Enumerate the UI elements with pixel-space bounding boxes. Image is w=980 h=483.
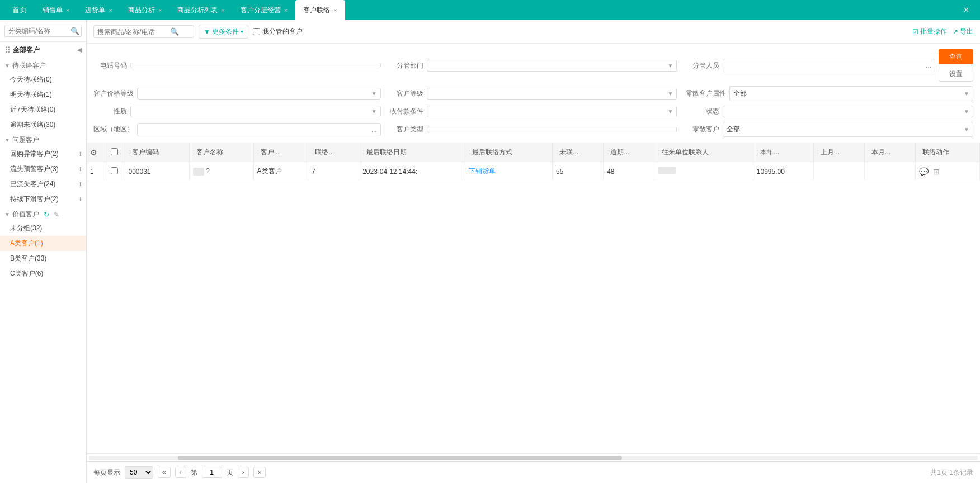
filter-search-icon[interactable]: 🔍: [170, 27, 179, 36]
close-tab-sales[interactable]: ×: [66, 7, 69, 13]
nav-tab-product-analysis[interactable]: 商品分析 ×: [120, 0, 169, 20]
sidebar-item-class-b[interactable]: B类客户(33): [0, 251, 86, 266]
close-window-icon[interactable]: ×: [957, 5, 976, 15]
row-contact-count: 7: [308, 162, 359, 181]
customer-level-input[interactable]: ▼: [427, 88, 677, 100]
scroll-track: [89, 456, 978, 460]
filter-row-nature: 性质 ▼: [93, 106, 381, 117]
row-select-checkbox[interactable]: [111, 167, 118, 174]
row-checkbox: [107, 162, 125, 181]
batch-operation-button[interactable]: ☑ 批量操作: [912, 27, 947, 36]
filter-icon: ▼: [204, 28, 210, 36]
col-gear: ⚙: [87, 143, 107, 162]
filter-search-input[interactable]: [97, 28, 170, 36]
sidebar-search-icon[interactable]: 🔍: [70, 27, 79, 35]
refresh-icon[interactable]: ↻: [44, 211, 49, 219]
sidebar-search-wrap: 🔍: [0, 20, 86, 42]
my-customer-checkbox[interactable]: [253, 28, 260, 35]
nature-input[interactable]: ▼: [130, 106, 381, 117]
checkbox-icon: ☑: [912, 28, 918, 36]
query-button[interactable]: 查询: [939, 49, 973, 64]
my-customer-checkbox-label[interactable]: 我分管的客户: [253, 27, 303, 36]
nav-home[interactable]: 首页: [4, 0, 35, 20]
last-page-button[interactable]: »: [253, 467, 266, 478]
filter-row-retail-customer: 零散客户 全部 ▼: [686, 122, 973, 137]
page-size-select[interactable]: 50 100 200: [125, 466, 153, 479]
sidebar-item-repurchase-abnormal[interactable]: 回购异常客户(2) ℹ: [0, 146, 86, 162]
retail-attr-label: 零散客户属性: [686, 89, 726, 98]
price-level-label: 客户价格等级: [93, 89, 134, 98]
nav-tab-customer-contact[interactable]: 客户联络 ×: [295, 0, 345, 20]
sidebar-item-churn-warning[interactable]: 流失预警客户(3) ℹ: [0, 162, 86, 177]
sidebar-item-7days[interactable]: 近7天待联络(0): [0, 102, 86, 117]
first-page-button[interactable]: «: [158, 467, 171, 478]
price-level-input[interactable]: ▼: [137, 88, 381, 100]
staff-dots: ...: [926, 61, 931, 69]
staff-input[interactable]: ...: [723, 59, 935, 72]
nav-tab-purchase[interactable]: 进货单 ×: [77, 0, 120, 20]
close-tab-customer-segment[interactable]: ×: [284, 7, 288, 13]
sidebar-item-class-c[interactable]: C类客户(6): [0, 266, 86, 281]
row-overdue: 48: [604, 162, 654, 181]
sidebar-item-overdue[interactable]: 逾期未联络(30): [0, 117, 86, 132]
next-page-button[interactable]: ›: [238, 467, 249, 478]
sidebar-item-today[interactable]: 今天待联络(0): [0, 72, 86, 87]
info-icon-2: ℹ: [79, 166, 82, 172]
filter-row-status: 状态 ▼: [686, 106, 973, 117]
qr-icon[interactable]: ⊞: [933, 167, 940, 176]
row-action: 💬 ⊞: [915, 162, 979, 181]
sidebar-item-tomorrow[interactable]: 明天待联络(1): [0, 87, 86, 102]
setting-button[interactable]: 设置: [939, 67, 973, 82]
select-all-checkbox[interactable]: [111, 148, 118, 155]
close-tab-product-analysis[interactable]: ×: [158, 7, 162, 13]
horizontal-scrollbar[interactable]: [87, 453, 980, 461]
main-layout: 🔍 ⠿ 全部客户 ◀ ▼ 待联络客户 今天待联络(0) 明天待联络(1) 近7天…: [0, 20, 980, 483]
col-contact-count: :联络...: [308, 143, 359, 162]
col-action: :联络动作: [915, 143, 979, 162]
status-input[interactable]: ▼: [723, 106, 973, 117]
col-this-month: :本月...: [864, 143, 915, 162]
last-method-link[interactable]: 下销货单: [469, 167, 496, 175]
prev-page-button[interactable]: ‹: [175, 467, 186, 478]
filter-row-dept: 分管部门 ▼: [390, 49, 677, 82]
staff-label: 分管人员: [686, 61, 719, 70]
close-tab-product-list[interactable]: ×: [221, 7, 224, 13]
gear-icon[interactable]: ⚙: [90, 148, 97, 157]
customer-table: ⚙ :客户编码 :客户名称 :客户... :联络... :最后联络日期 :最后联…: [87, 143, 980, 181]
export-button[interactable]: ↗ 导出: [953, 27, 973, 36]
status-label: 状态: [686, 107, 719, 116]
retail-customer-input[interactable]: 全部 ▼: [723, 122, 973, 137]
sidebar-all-customers[interactable]: ⠿ 全部客户 ◀: [0, 42, 86, 58]
page-label: 第: [191, 468, 197, 477]
col-unit-contact: :往来单位联系人: [654, 143, 753, 162]
edit-icon[interactable]: ✎: [54, 211, 59, 219]
nav-tab-sales[interactable]: 销售单 ×: [35, 0, 77, 20]
retail-attr-input[interactable]: 全部 ▼: [729, 86, 973, 101]
retail-attr-arrow: ▼: [964, 91, 969, 97]
action-icons: 💬 ⊞: [919, 167, 976, 176]
more-filter-button[interactable]: ▼ 更多条件 ▾: [199, 25, 248, 39]
close-tab-purchase[interactable]: ×: [109, 7, 112, 13]
col-not-contacted: :未联...: [552, 143, 603, 162]
sidebar-item-declining[interactable]: 持续下滑客户(2) ℹ: [0, 192, 86, 207]
region-dots: ...: [371, 126, 377, 134]
phone-input[interactable]: [130, 63, 381, 68]
col-code: :客户编码: [125, 143, 189, 162]
region-input[interactable]: ...: [137, 123, 381, 136]
sidebar-item-churned[interactable]: 已流失客户(24) ℹ: [0, 177, 86, 192]
nav-tab-customer-segment[interactable]: 客户分层经营 ×: [233, 0, 295, 20]
close-tab-customer-contact[interactable]: ×: [333, 7, 337, 13]
status-arrow: ▼: [964, 108, 969, 115]
col-customer-type: :客户...: [253, 143, 308, 162]
customer-type-input[interactable]: [427, 127, 677, 132]
page-number-input[interactable]: [202, 467, 222, 478]
dept-input[interactable]: ▼: [427, 60, 677, 72]
payment-input[interactable]: ▼: [427, 106, 677, 117]
table-wrapper: ⚙ :客户编码 :客户名称 :客户... :联络... :最后联络日期 :最后联…: [87, 143, 980, 453]
sidebar-item-class-a[interactable]: A类客户(1): [0, 236, 86, 251]
nav-tab-product-list[interactable]: 商品分析列表 ×: [169, 0, 232, 20]
message-icon[interactable]: 💬: [919, 167, 929, 176]
row-this-month: [864, 162, 915, 181]
sidebar-item-unclassified[interactable]: 未分组(32): [0, 221, 86, 236]
customer-level-label: 客户等级: [390, 89, 423, 98]
